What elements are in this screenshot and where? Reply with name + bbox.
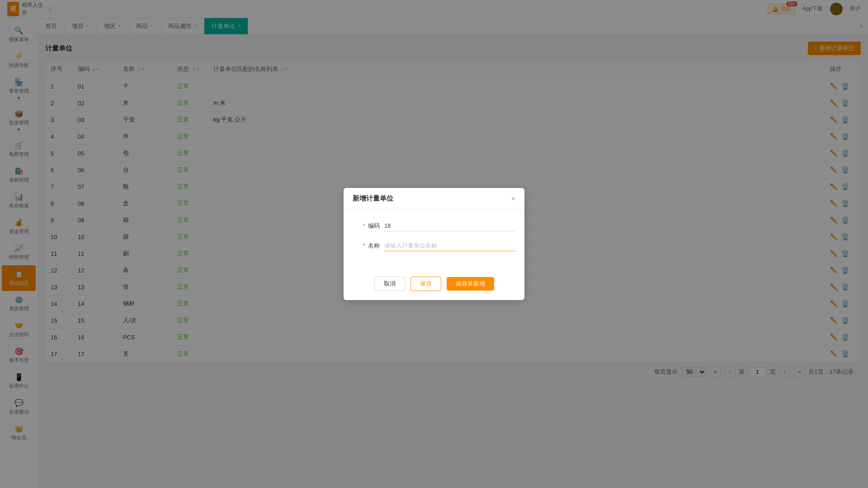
form-item-name: * 名称 <box>353 240 515 251</box>
name-input[interactable] <box>384 240 515 251</box>
modal-footer: 取消 保存 保存并新增 <box>344 271 524 300</box>
required-indicator: * <box>363 242 365 249</box>
save-and-new-button[interactable]: 保存并新增 <box>447 277 494 291</box>
form-label-name: * 名称 <box>353 242 380 250</box>
modal-overlay[interactable]: 新增计量单位 × * 编码 * 名称 取消 保存 保存并新增 <box>0 0 868 488</box>
modal-close-button[interactable]: × <box>511 195 515 203</box>
add-unit-modal: 新增计量单位 × * 编码 * 名称 取消 保存 保存并新增 <box>344 188 524 300</box>
modal-header: 新增计量单位 × <box>344 188 524 210</box>
required-indicator: * <box>363 222 365 229</box>
modal-body: * 编码 * 名称 <box>344 210 524 271</box>
code-input[interactable] <box>384 221 515 231</box>
form-label-code: * 编码 <box>353 222 380 230</box>
cancel-button[interactable]: 取消 <box>374 277 405 291</box>
modal-title: 新增计量单位 <box>353 194 393 203</box>
save-button[interactable]: 保存 <box>410 277 441 291</box>
form-item-code: * 编码 <box>353 221 515 231</box>
